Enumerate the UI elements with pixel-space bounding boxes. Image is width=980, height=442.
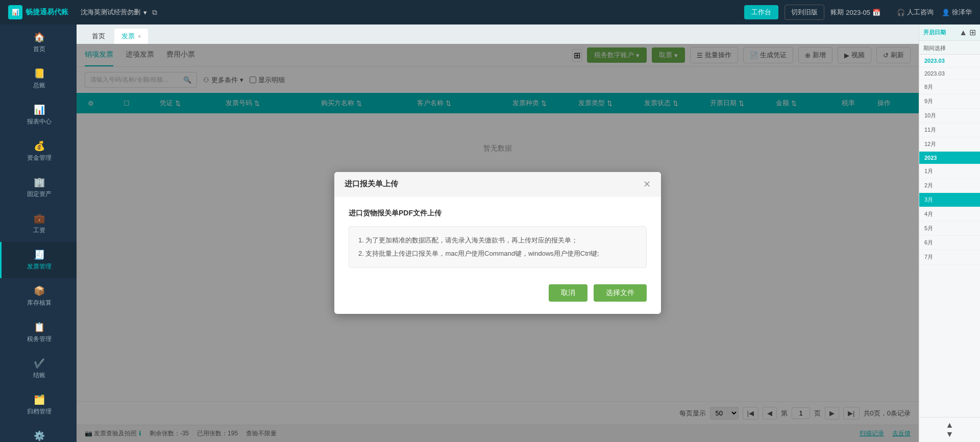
company-name: 沈海英测试经营勿删 — [81, 8, 140, 17]
dialog-section-title: 进口货物报关单PDF文件上传 — [349, 209, 647, 218]
sidebar-item-inventory[interactable]: 📦 库存核算 — [0, 278, 77, 314]
app-logo: 📊 畅捷通易代账 — [8, 5, 68, 19]
support-label: 人工咨询 — [907, 8, 934, 17]
scroll-down-icon[interactable]: ▼ — [946, 430, 954, 439]
home-icon: 🏠 — [34, 32, 45, 43]
workspace-button[interactable]: 工作台 — [744, 5, 778, 19]
tab-close-icon[interactable]: × — [138, 33, 141, 39]
sidebar: 🏠 首页 📒 总账 📊 报表中心 💰 资金管理 🏢 固定资产 💼 工资 🧾 发票… — [0, 24, 77, 442]
panel-controls: ▲ ⊞ — [959, 28, 976, 37]
top-bar-right: 🎧 人工咨询 👤 徐泽华 — [897, 8, 972, 17]
company-copy-icon: ⧉ — [152, 8, 157, 17]
sidebar-item-label: 归档管理 — [27, 407, 52, 416]
import-customs-dialog: 进口报关单上传 ✕ 进口货物报关单PDF文件上传 1. 为了更加精准的数据匹配，… — [334, 172, 661, 314]
period-select-label: 期间选择 — [923, 45, 946, 51]
right-panel-header: 开启日期 ▲ ⊞ — [919, 24, 980, 41]
expand-icon[interactable]: ⊞ — [969, 28, 976, 37]
page-content: 销项发票 进项发票 费用小票 ⊞ 税务数字账户 ▾ — [77, 44, 919, 442]
headset-icon: 🎧 — [897, 9, 905, 16]
period-12[interactable]: 12月 — [919, 137, 980, 152]
period-9[interactable]: 9月 — [919, 94, 980, 109]
inventory-icon: 📦 — [34, 285, 45, 297]
sidebar-item-home[interactable]: 🏠 首页 — [0, 24, 77, 61]
sidebar-item-label: 发票管理 — [27, 262, 52, 271]
content-area: 首页 发票 × 销项发票 进项发票 费用小票 — [77, 24, 919, 442]
period-10[interactable]: 10月 — [919, 109, 980, 123]
period-11[interactable]: 11月 — [919, 123, 980, 137]
company-selector[interactable]: 沈海英测试经营勿删 ▾ ⧉ — [81, 8, 157, 17]
modal-overlay: 进口报关单上传 ✕ 进口货物报关单PDF文件上传 1. 为了更加精准的数据匹配，… — [77, 44, 919, 442]
settle-icon: ✔️ — [34, 358, 45, 369]
sidebar-item-settings[interactable]: ⚙️ 设置 — [0, 423, 77, 442]
period-6[interactable]: 6月 — [919, 236, 980, 250]
settings-icon: ⚙️ — [34, 430, 45, 441]
finance-icon: 💰 — [34, 140, 45, 152]
period-7[interactable]: 7月 — [919, 250, 980, 264]
period-list: 2023.03 2023.03 8月 9月 10月 11月 12月 2023 1… — [919, 55, 980, 417]
period-year-2023[interactable]: 2023 — [919, 152, 980, 164]
dialog-body: 进口货物报关单PDF文件上传 1. 为了更加精准的数据匹配，请先录入海关缴款书，… — [334, 197, 661, 284]
period-value: 2023-05 — [846, 9, 870, 16]
period-2[interactable]: 2月 — [919, 179, 980, 193]
archive-icon: 🗂️ — [34, 394, 45, 405]
sidebar-item-finance[interactable]: 💰 资金管理 — [0, 133, 77, 169]
user-menu[interactable]: 👤 徐泽华 — [942, 8, 972, 17]
dialog-close-button[interactable]: ✕ — [643, 180, 651, 189]
collapse-up-icon[interactable]: ▲ — [959, 28, 967, 37]
period-8[interactable]: 8月 — [919, 80, 980, 94]
reports-icon: 📊 — [34, 104, 45, 115]
sidebar-item-label: 工资 — [33, 226, 45, 235]
period-3[interactable]: 3月 — [919, 193, 980, 207]
tab-bar: 首页 发票 × — [77, 24, 919, 44]
dialog-title: 进口报关单上传 — [345, 179, 398, 189]
sidebar-item-label: 税务管理 — [27, 335, 52, 343]
sidebar-item-assets[interactable]: 🏢 固定资产 — [0, 169, 77, 206]
period-4[interactable]: 4月 — [919, 207, 980, 222]
open-account-label: 开启日期 — [923, 29, 946, 36]
main-layout: 🏠 首页 📒 总账 📊 报表中心 💰 资金管理 🏢 固定资产 💼 工资 🧾 发票… — [0, 24, 980, 442]
calendar-icon[interactable]: 📅 — [872, 9, 880, 16]
period-2023-03-header: 2023.03 — [919, 55, 980, 67]
tax-icon: 📋 — [34, 322, 45, 333]
sidebar-item-label: 资金管理 — [27, 154, 52, 162]
dialog-cancel-button[interactable]: 取消 — [549, 284, 587, 302]
user-avatar-icon: 👤 — [942, 9, 950, 16]
logo-icon: 📊 — [8, 5, 22, 19]
sidebar-item-payroll[interactable]: 💼 工资 — [0, 206, 77, 242]
period-1[interactable]: 1月 — [919, 164, 980, 179]
scroll-up-icon[interactable]: ▲ — [946, 421, 954, 430]
invoice-icon: 🧾 — [34, 249, 45, 260]
sidebar-item-archive[interactable]: 🗂️ 归档管理 — [0, 387, 77, 423]
assets-icon: 🏢 — [34, 177, 45, 188]
period-select-header: 期间选择 — [919, 41, 980, 55]
chevron-down-icon: ▾ — [143, 9, 147, 16]
tab-home-label: 首页 — [92, 32, 105, 40]
period-label: 账期 — [830, 8, 844, 17]
period-5[interactable]: 5月 — [919, 222, 980, 236]
sidebar-item-label: 总账 — [33, 81, 45, 90]
sidebar-item-settle[interactable]: ✔️ 结账 — [0, 351, 77, 387]
dialog-select-file-button[interactable]: 选择文件 — [594, 284, 647, 302]
payroll-icon: 💼 — [34, 213, 45, 224]
sidebar-item-label: 结账 — [33, 371, 45, 380]
sidebar-item-label: 库存核算 — [27, 299, 52, 307]
old-version-button[interactable]: 切到旧版 — [785, 5, 824, 20]
panel-toggle-buttons: ▲ ▼ — [919, 417, 980, 442]
sidebar-item-invoice[interactable]: 🧾 发票管理 — [0, 242, 77, 278]
support-button[interactable]: 🎧 人工咨询 — [897, 8, 934, 17]
sidebar-item-label: 固定资产 — [27, 190, 52, 199]
sidebar-item-label: 报表中心 — [27, 117, 52, 126]
sidebar-item-label: 首页 — [33, 45, 45, 54]
ledger-icon: 📒 — [34, 68, 45, 79]
period-2023-03[interactable]: 2023.03 — [919, 67, 980, 80]
dialog-info-item-2: 2. 支持批量上传进口报关单，mac用户使用Command键，windows用户… — [358, 247, 637, 260]
tab-invoice[interactable]: 发票 × — [114, 29, 148, 44]
tab-home[interactable]: 首页 — [85, 29, 112, 44]
right-panel: 开启日期 ▲ ⊞ 期间选择 2023.03 2023.03 8月 9月 10月 … — [919, 24, 980, 442]
sidebar-item-ledger[interactable]: 📒 总账 — [0, 61, 77, 97]
sidebar-item-reports[interactable]: 📊 报表中心 — [0, 97, 77, 133]
dialog-info-item-1: 1. 为了更加精准的数据匹配，请先录入海关缴款书，再上传对应的报关单； — [358, 234, 637, 247]
period-display: 账期 2023-05 📅 — [830, 8, 880, 17]
user-name: 徐泽华 — [952, 8, 972, 17]
sidebar-item-tax[interactable]: 📋 税务管理 — [0, 314, 77, 351]
